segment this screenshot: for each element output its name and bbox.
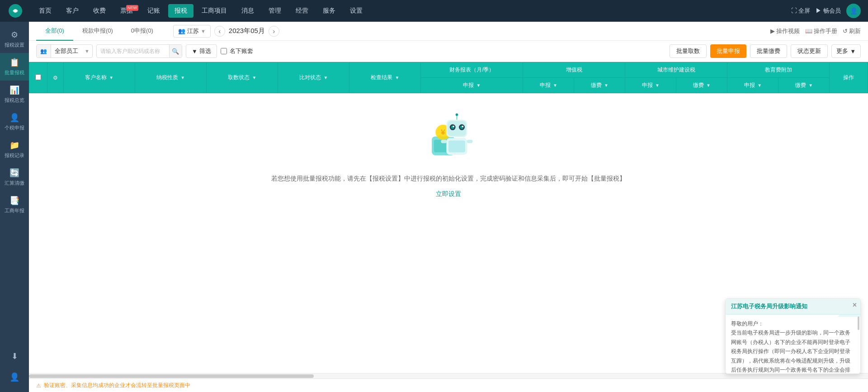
nav-admin[interactable]: 管理 [262, 4, 288, 18]
warning-icon: ⚠ [36, 382, 41, 389]
status-update-btn[interactable]: 状态更新 [791, 44, 828, 58]
fullscreen-btn[interactable]: ⛶ 全屏 [791, 7, 811, 15]
data-table: ⚙ 客户名称 ▼ 纳税性质 ▼ 取数状态 ▼ [29, 62, 868, 93]
nav-settings[interactable]: 设置 [344, 4, 369, 18]
nav-home[interactable]: 首页 [33, 4, 58, 18]
batch-tax-icon: 📋 [9, 57, 19, 67]
search-input[interactable] [97, 48, 169, 54]
edu-fee-filter-icon[interactable]: ▼ [808, 83, 813, 88]
sidebar-item-label: 个税申报 [5, 124, 24, 131]
sidebar-item-settlement[interactable]: 🔄 汇算清缴 [0, 163, 29, 191]
th-tax-type[interactable]: 纳税性质 ▼ [135, 62, 207, 93]
svg-rect-18 [441, 140, 447, 143]
th-customer-name[interactable]: 客户名称 ▼ [64, 62, 135, 93]
operation-manual-btn[interactable]: 📖 操作手册 [805, 27, 837, 35]
nav-accounting[interactable]: 记账 [141, 4, 166, 18]
employee-text: 全部员工 [51, 47, 82, 55]
nav-operation[interactable]: 经营 [289, 4, 315, 18]
nav-business[interactable]: 工商项目 [195, 4, 233, 18]
tax-type-filter-icon[interactable]: ▼ [180, 75, 185, 80]
notification-content: 受当前电子税务局进一步升级的影响，同一个政务网账号（办税人）名下的企业不能再同时… [731, 328, 855, 373]
sidebar-item-tax-summary[interactable]: 📊 报税总览 [0, 81, 29, 108]
th-compare-status[interactable]: 比对状态 ▼ [278, 62, 349, 93]
th-education-surcharge: 教育费附加 [727, 62, 830, 78]
city-report-filter-icon[interactable]: ▼ [655, 83, 660, 88]
nav-messages[interactable]: 消息 [235, 4, 260, 18]
app-logo[interactable] [7, 3, 24, 19]
th-vat-fee[interactable]: 缴费 ▼ [574, 78, 625, 93]
tab-all[interactable]: 全部(0) [36, 22, 73, 41]
nav-customer[interactable]: 客户 [60, 4, 85, 18]
svg-point-15 [456, 114, 458, 116]
horizontal-scrollbar[interactable] [29, 374, 314, 378]
sidebar-item-personal-tax[interactable]: 👤 个税申报 [0, 108, 29, 136]
th-fetch-status[interactable]: 取数状态 ▼ [207, 62, 278, 93]
employee-icon: 👥 [37, 45, 51, 57]
operation-video-btn[interactable]: ▶ 操作视频 [770, 27, 800, 35]
th-city-report[interactable]: 申报 ▼ [625, 78, 676, 93]
employee-select[interactable]: 👥 全部员工 ▼ [36, 44, 93, 58]
th-vat: 增值税 [523, 62, 625, 78]
vat-fee-filter-icon[interactable]: ▼ [604, 83, 609, 88]
tab-zero-filing[interactable]: 0申报(0) [122, 22, 162, 41]
tab-tax-filing[interactable]: 税款申报(0) [73, 22, 122, 41]
th-edu-report[interactable]: 申报 ▼ [727, 78, 778, 93]
check-filter-icon[interactable]: ▼ [395, 75, 400, 80]
nav-invoice[interactable]: 票据 NEW [114, 4, 139, 18]
th-settings[interactable]: ⚙ [47, 62, 64, 93]
th-edu-fee[interactable]: 缴费 ▼ [778, 78, 830, 93]
profile-btn[interactable]: 👤 [8, 368, 21, 387]
sidebar-item-label: 工商年报 [5, 207, 24, 214]
batch-payment-btn[interactable]: 批量缴费 [750, 44, 787, 58]
search-button[interactable]: 🔍 [169, 45, 182, 57]
nav-service[interactable]: 服务 [316, 4, 342, 18]
province-select[interactable]: 👥 江苏 ▼ [173, 25, 211, 38]
select-all-checkbox[interactable] [35, 74, 41, 80]
fetch-filter-icon[interactable]: ▼ [252, 75, 256, 80]
tax-records-icon: 📁 [9, 140, 19, 150]
filter-button[interactable]: ▼ 筛选 [186, 44, 217, 58]
th-vat-report[interactable]: 申报 ▼ [523, 78, 574, 93]
sidebar-item-batch-tax[interactable]: 📋 批量报税 [0, 53, 29, 81]
vat-report-filter-icon[interactable]: ▼ [553, 83, 557, 88]
date-navigator: ‹ 2023年05月 › [214, 26, 279, 37]
next-month-btn[interactable]: › [269, 26, 279, 37]
tax-settings-icon: ⚙ [11, 30, 18, 40]
compare-filter-icon[interactable]: ▼ [323, 75, 328, 80]
th-report[interactable]: 申报 ▼ [421, 78, 523, 93]
sidebar-item-label: 报税总览 [5, 97, 24, 104]
nav-billing[interactable]: 收费 [87, 4, 112, 18]
notification-close-btn[interactable]: × [853, 301, 857, 309]
th-city-fee[interactable]: 缴费 ▼ [676, 78, 727, 93]
edu-report-filter-icon[interactable]: ▼ [757, 83, 762, 88]
batch-filing-btn[interactable]: 批量申报 [710, 44, 746, 58]
nav-tax[interactable]: 报税 [168, 4, 193, 18]
sidebar-item-tax-settings[interactable]: ⚙ 报税设置 [0, 25, 29, 53]
refresh-btn[interactable]: ↺ 刷新 [843, 27, 861, 35]
customer-filter-icon[interactable]: ▼ [109, 75, 113, 80]
sidebar-item-annual-report[interactable]: 📑 工商年报 [0, 191, 29, 219]
sidebar-item-label: 报税设置 [5, 42, 24, 48]
setup-link[interactable]: 立即设置 [436, 190, 461, 198]
th-check-result[interactable]: 检查结果 ▼ [349, 62, 421, 93]
report-filter-icon[interactable]: ▼ [476, 83, 481, 88]
th-financial-report: 财务报表（月/季） [421, 62, 523, 78]
more-btn[interactable]: 更多 ▼ [831, 44, 861, 58]
sidebar-item-label: 汇算清缴 [5, 180, 24, 186]
province-label: 江苏 [187, 27, 199, 35]
notif-scroll-thumb[interactable] [858, 316, 859, 330]
city-fee-filter-icon[interactable]: ▼ [706, 83, 711, 88]
accounts-checkbox[interactable] [221, 48, 227, 54]
batch-fetch-btn[interactable]: 批量取数 [670, 44, 707, 58]
nav-items: 首页 客户 收费 票据 NEW 记账 报税 工商项目 消息 管理 经营 服务 设… [33, 4, 791, 18]
prev-month-btn[interactable]: ‹ [214, 26, 225, 37]
province-dropdown-icon: ▼ [201, 29, 206, 34]
user-avatar[interactable]: 👤 [846, 4, 861, 18]
tab-bar-right: ▶ 操作视频 📖 操作手册 ↺ 刷新 [770, 27, 861, 35]
settlement-icon: 🔄 [9, 168, 19, 178]
checkbox-label[interactable]: 名下账套 [221, 47, 253, 55]
download-btn[interactable]: ⬇ [8, 347, 21, 366]
vip-btn[interactable]: ▶ 畅会员 [816, 7, 841, 15]
sidebar-item-tax-records[interactable]: 📁 报税记录 [0, 136, 29, 163]
personal-tax-icon: 👤 [9, 113, 19, 123]
